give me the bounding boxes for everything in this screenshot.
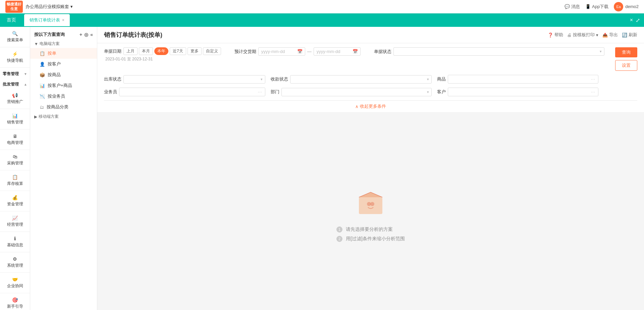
filter-row-1: 单据日期 上月 本月 本年 近7天 更多 自定义 2023-01-01 至 20… [104,43,637,71]
sidebar-item-finance[interactable]: 💰 资金管理 [0,191,30,211]
sidebar-group-wholesale[interactable]: 批发管理 ▲ [0,78,30,89]
collapse-panel-icon[interactable]: « [90,32,93,37]
sales-rep-input[interactable]: ··· [119,88,265,96]
collapse-up-icon: ∧ [355,104,359,109]
sidebar-item-inventory[interactable]: 📋 库存核算 [0,170,30,191]
product-dots-icon: ··· [591,77,595,82]
inventory-icon: 📋 [12,174,18,180]
settings-button[interactable]: 设置 [615,60,637,71]
expected-date-to-input[interactable] [314,47,361,56]
panel-item-by-product[interactable]: 📦 按商品 [30,69,97,80]
date-label-row: 单据日期 上月 本月 本年 近7天 更多 自定义 [104,47,221,55]
collapse-bar[interactable]: ∧ 收起更多条件 [104,100,637,112]
collection-status-select[interactable] [290,75,432,84]
product-input[interactable]: ··· [448,75,598,84]
help-link[interactable]: ❓ 帮助 [548,32,563,38]
sidebar-label-wholesale: 批发管理 [3,82,19,87]
sidebar-item-sales[interactable]: 📊 销售管理 [0,109,30,130]
add-scheme-icon[interactable]: + [79,32,82,37]
doc-status-select-wrapper: ▾ [393,47,604,56]
expected-date-from-input[interactable] [258,47,305,56]
sidebar-label-newbie: 新手引导 [7,304,23,309]
expected-date-from: 📅 [258,47,305,56]
date-filter: 单据日期 上月 本月 本年 近7天 更多 自定义 2023-01-01 至 20… [104,47,221,62]
panel-header-label: 按以下方案查询 [34,32,65,38]
by-product-icon: 📦 [40,72,45,78]
empty-tip-1: 1 请先选择要分析的方案 [336,224,405,234]
top-bar-right: 💬 消息 📱 App下载 Ea demo2 [565,2,639,11]
sidebar-item-operations[interactable]: 📈 经营管理 [0,211,30,232]
help-label: 帮助 [554,32,563,38]
more-btn[interactable]: 更多 [187,47,202,55]
svg-marker-1 [359,192,382,197]
export-link[interactable]: 📤 导出 [602,32,618,38]
expected-date-label: 预计交货期 [234,49,256,55]
sidebar-item-ecommerce[interactable]: 🖥 电商管理 [0,130,30,150]
department-select[interactable] [281,88,432,96]
messages-link[interactable]: 💬 消息 [565,4,580,10]
query-button[interactable]: 查询 [615,47,637,57]
sidebar-item-system[interactable]: ⚙ 系统管理 [0,252,30,273]
sales-rep-dots-icon: ··· [258,90,262,94]
sidebar-item-purchase[interactable]: 🛍 采购管理 [0,150,30,170]
window-maximize-icon[interactable]: ⤢ [636,17,640,23]
sidebar-label-search: 搜索菜单 [7,37,23,43]
tab-active[interactable]: 销售订单统计表 × [24,14,70,26]
page-title: 销售订单统计表(按单) [104,31,162,39]
sidebar-group-retail[interactable]: 零售管理 ▼ [0,68,30,78]
top-bar-left: 畅捷通好生意 办公用品行业模拟账套 ▾ [5,1,73,13]
sidebar-label-collab: 企业协同 [7,283,23,289]
tab-home[interactable]: 首页 [0,13,23,27]
refresh-icon: 🔄 [622,33,627,38]
retail-arrow: ▼ [24,72,27,76]
sidebar-item-newbie[interactable]: 🎯 新手引导 [0,293,30,310]
sidebar-item-basic[interactable]: ℹ 基础信息 [0,232,30,252]
panel-item-by-customer-product[interactable]: 📊 按客户+商品 [30,80,97,91]
collection-status-label: 收款状态 [271,76,288,82]
mobile-section-title[interactable]: ▶ 移动端方案 [30,112,97,121]
panel-item-by-customer[interactable]: 👤 按客户 [30,59,97,69]
user-profile[interactable]: Ea demo2 [614,2,639,11]
panel-item-by-order[interactable]: 📋 按单 [30,48,97,59]
delivery-status-wrapper: ▾ [123,75,265,84]
last7-btn[interactable]: 近7天 [170,47,186,55]
ecommerce-icon: 🖥 [13,134,17,139]
sidebar-label-retail: 零售管理 [3,71,19,77]
template-print-link[interactable]: 🖨 按模板打印 ▾ [567,32,598,38]
mobile-section-label: 移动端方案 [39,114,59,119]
help-icon: ❓ [548,33,553,38]
custom-btn[interactable]: 自定义 [203,47,221,55]
collection-status-wrapper: ▾ [290,75,432,84]
sidebar-item-collab[interactable]: 🤝 企业协同 [0,273,30,293]
print-dropdown-icon: ▾ [596,33,598,38]
this-month-btn[interactable]: 本月 [139,47,153,55]
mobile-section-arrow: ▶ [34,114,37,119]
pc-section-arrow: ▼ [34,42,38,46]
main-layout: 🔍 搜索菜单 ⚡ 快捷导航 零售管理 ▼ 批发管理 ▲ 📢 营销推广 📊 销售管… [0,27,644,310]
by-order-label: 按单 [48,50,56,56]
settings-scheme-icon[interactable]: ◎ [84,32,88,37]
pc-section-title[interactable]: ▼ 电脑端方案 [30,40,97,48]
sidebar-item-marketing[interactable]: 📢 营销推广 [0,89,30,109]
sidebar-item-shortcut[interactable]: ⚡ 快捷导航 [0,47,30,68]
prev-month-btn[interactable]: 上月 [123,47,138,55]
doc-status-select[interactable] [393,47,604,56]
print-icon: 🖨 [567,33,572,38]
sales-icon: 📊 [12,113,18,118]
sidebar: 🔍 搜索菜单 ⚡ 快捷导航 零售管理 ▼ 批发管理 ▲ 📢 营销推广 📊 销售管… [0,27,30,310]
page-title-row: 销售订单统计表(按单) ❓ 帮助 🖨 按模板打印 ▾ 📤 [104,31,637,39]
tab-close-icon[interactable]: × [62,18,64,22]
delivery-status-select[interactable] [123,75,265,84]
app-download-link[interactable]: 📱 App下载 [585,4,608,10]
window-minimize-icon[interactable]: × [630,17,633,23]
newbie-icon: 🎯 [12,297,18,303]
logo: 畅捷通好生意 [5,1,23,13]
company-selector[interactable]: 办公用品行业模拟账套 ▾ [25,4,73,10]
panel-item-by-category[interactable]: 🗂 按商品分类 [30,102,97,112]
customer-input[interactable]: ··· [448,88,598,96]
sidebar-item-search[interactable]: 🔍 搜索菜单 [0,27,30,47]
date-range-text: 2023-01-01 至 2023-12-31 [104,56,221,62]
refresh-link[interactable]: 🔄 刷新 [622,32,637,38]
panel-item-by-sales-rep[interactable]: 📉 按业务员 [30,91,97,102]
this-year-btn[interactable]: 本年 [154,47,168,55]
